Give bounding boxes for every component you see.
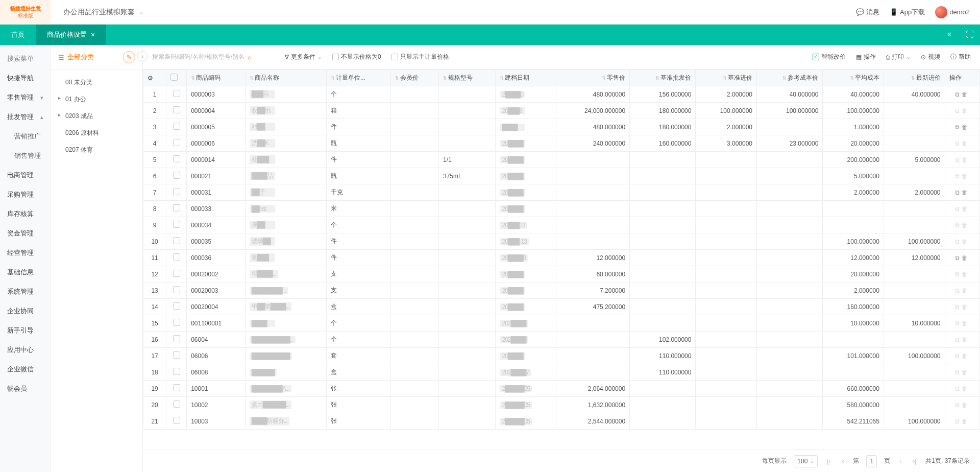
- table-row[interactable]: 11000036测███件20████812.00000012.00000012…: [143, 250, 980, 266]
- column-header[interactable]: ⇅参考成本价: [757, 70, 823, 86]
- row-checkbox[interactable]: [173, 286, 180, 293]
- table-row[interactable]: 30000005衬██件████480.000000180.0000002.00…: [143, 119, 980, 135]
- copy-icon[interactable]: ⧉: [955, 156, 962, 163]
- category-item[interactable]: 01 办公: [51, 91, 142, 108]
- messages-link[interactable]: 💬消息: [856, 8, 879, 17]
- copy-icon[interactable]: ⧉: [955, 173, 962, 180]
- copy-icon[interactable]: ⧉: [955, 254, 962, 262]
- copy-icon[interactable]: ⧉: [955, 369, 962, 376]
- table-row[interactable]: 40000006洗██K瓶20████240.000000160.0000003…: [143, 135, 980, 152]
- row-checkbox[interactable]: [173, 172, 180, 179]
- smart-price-button[interactable]: 智能改价: [813, 53, 846, 61]
- sidebar-item[interactable]: 系统管理: [0, 282, 51, 301]
- copy-icon[interactable]: ⧉: [955, 205, 962, 213]
- sidebar-item[interactable]: 应用中心: [0, 340, 51, 360]
- row-checkbox[interactable]: [173, 319, 180, 326]
- row-checkbox[interactable]: [173, 335, 180, 342]
- copy-icon[interactable]: ⧉: [955, 238, 962, 245]
- category-title[interactable]: ☰ 全部分类: [58, 53, 94, 62]
- table-row[interactable]: 2110003████听标办...张2█████052,544.00000054…: [143, 413, 980, 430]
- delete-icon[interactable]: 🗑: [962, 238, 970, 245]
- print-button[interactable]: ⎙打印⌄: [886, 53, 911, 61]
- row-checkbox[interactable]: [173, 221, 180, 228]
- account-selector[interactable]: 办公用品行业模拟账套 ⌄: [51, 8, 156, 17]
- sidebar-item[interactable]: 新手引导: [0, 321, 51, 340]
- copy-icon[interactable]: ⧉: [955, 418, 962, 425]
- table-row[interactable]: 6000021████品瓶375mL20████5.000000⧉🗑: [143, 168, 980, 184]
- column-header[interactable]: ⇅零售价: [556, 70, 629, 86]
- table-row[interactable]: 15001100001████个202████10.00000010.00000…: [143, 315, 980, 332]
- delete-icon[interactable]: 🗑: [962, 402, 970, 409]
- column-header[interactable]: ⇅会员价: [391, 70, 439, 86]
- prev-page[interactable]: ‹: [840, 458, 846, 465]
- column-header[interactable]: ⇅基准进价: [696, 70, 757, 86]
- sidebar-item[interactable]: 采购管理: [0, 185, 51, 204]
- table-row[interactable]: 1606004██████████...个202████102.000000⧉🗑: [143, 332, 980, 348]
- column-header[interactable]: ⇅基准批发价: [630, 70, 696, 86]
- row-checkbox[interactable]: [173, 237, 180, 244]
- row-checkbox[interactable]: [173, 400, 180, 408]
- sidebar-item[interactable]: 资金管理: [0, 224, 51, 243]
- sidebar-item[interactable]: 企业微信: [0, 360, 51, 379]
- table-row[interactable]: 10000035玻璃██件20███-13100.000000100.00000…: [143, 233, 980, 250]
- app-download-link[interactable]: 📱App下载: [890, 8, 925, 17]
- row-checkbox[interactable]: [173, 204, 180, 211]
- operations-menu[interactable]: ▦操作: [856, 53, 876, 61]
- table-row[interactable]: 1300020003████████...支20████7.2000002.00…: [143, 282, 980, 299]
- table-row[interactable]: 1910001████████A...张2█████052,064.000000…: [143, 381, 980, 397]
- page-input[interactable]: 1: [866, 455, 877, 467]
- delete-icon[interactable]: 🗑: [962, 91, 970, 98]
- table-row[interactable]: 10000003███示个2████0480.000000156.0000002…: [143, 86, 980, 103]
- table-row[interactable]: 1806008██████盒202████7110.000000⧉🗑: [143, 364, 980, 381]
- table-row[interactable]: 2010002扬力██████...张2█████051,632.0000005…: [143, 397, 980, 413]
- delete-icon[interactable]: 🗑: [962, 418, 970, 425]
- row-checkbox[interactable]: [173, 368, 180, 375]
- column-header[interactable]: [166, 70, 187, 86]
- table-row[interactable]: 1706006██████████套20████110.000000101.00…: [143, 348, 980, 364]
- row-checkbox[interactable]: [173, 90, 180, 97]
- sidebar-item[interactable]: 零售管理▾: [0, 88, 51, 107]
- table-row[interactable]: 1200020002得████...支20████60.00000020.000…: [143, 266, 980, 282]
- row-checkbox[interactable]: [173, 123, 180, 130]
- table-row[interactable]: 50000014杜███件1/120████200.0000005.000000…: [143, 152, 980, 168]
- copy-icon[interactable]: ⧉: [955, 91, 962, 98]
- delete-icon[interactable]: 🗑: [962, 222, 970, 229]
- sidebar-item[interactable]: 经营管理: [0, 243, 51, 263]
- column-header[interactable]: ⇅建档日期: [496, 70, 556, 86]
- column-header[interactable]: ⇅规格型号: [438, 70, 496, 86]
- sidebar-item[interactable]: 快捷导航: [0, 68, 51, 88]
- delete-icon[interactable]: 🗑: [962, 287, 970, 294]
- delete-icon[interactable]: 🗑: [962, 352, 970, 360]
- table-row[interactable]: 20000004收██纸箱20███824,000.000000180.0000…: [143, 103, 980, 119]
- more-filters[interactable]: ∇ 更多条件 ⌄: [285, 53, 322, 61]
- sidebar-item[interactable]: 企业协同: [0, 301, 51, 321]
- column-header[interactable]: ⚙: [143, 70, 166, 86]
- delete-icon[interactable]: 🗑: [962, 271, 970, 278]
- next-page[interactable]: ›: [897, 458, 903, 465]
- delete-icon[interactable]: 🗑: [962, 124, 970, 131]
- category-item[interactable]: 0207 体育: [51, 141, 142, 158]
- table-row[interactable]: 9000034奥██个20███23⧉🗑: [143, 217, 980, 233]
- fullscreen-icon[interactable]: ⛶: [960, 25, 980, 45]
- column-header[interactable]: ⇅计量单位...: [326, 70, 390, 86]
- copy-icon[interactable]: ⧉: [955, 124, 962, 131]
- table-row[interactable]: 1400020004中██笔████...盒20████475.20000016…: [143, 299, 980, 315]
- delete-icon[interactable]: 🗑: [962, 320, 970, 327]
- collapse-panel-button[interactable]: ‹: [137, 51, 148, 61]
- sidebar-item[interactable]: 批发管理▴: [0, 107, 51, 127]
- delete-icon[interactable]: 🗑: [962, 369, 970, 376]
- copy-icon[interactable]: ⧉: [955, 303, 962, 311]
- copy-icon[interactable]: ⧉: [955, 107, 962, 114]
- user-menu[interactable]: demo2: [935, 6, 970, 18]
- table-row[interactable]: 7000031██子千克20████2.0000002.000000⧉🗑: [143, 184, 980, 201]
- sidebar-item[interactable]: 电商管理: [0, 166, 51, 185]
- delete-icon[interactable]: 🗑: [962, 173, 970, 180]
- row-checkbox[interactable]: [173, 253, 180, 261]
- delete-icon[interactable]: 🗑: [962, 189, 970, 196]
- close-icon[interactable]: ×: [91, 31, 95, 39]
- copy-icon[interactable]: ⧉: [955, 271, 962, 278]
- close-all-tabs[interactable]: ×: [939, 25, 960, 45]
- category-item[interactable]: 00 未分类: [51, 74, 142, 91]
- edit-category-button[interactable]: ✎: [123, 51, 135, 63]
- copy-icon[interactable]: ⧉: [955, 385, 962, 392]
